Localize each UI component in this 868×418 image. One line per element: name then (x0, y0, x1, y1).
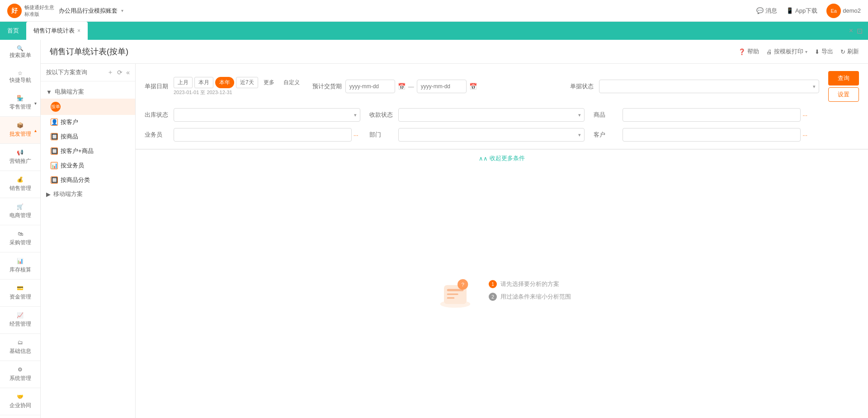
ship-status-select[interactable] (174, 108, 360, 122)
goods-input[interactable] (623, 108, 801, 122)
setting-button[interactable]: 设置 (828, 87, 859, 102)
pc-scheme-group[interactable]: ▼ 电脑端方案 (41, 85, 135, 99)
date-range-display: 2023-01-01 至 2023-12-31 (174, 89, 303, 96)
goods-select-wrapper: ··· (623, 108, 809, 122)
calendar-start-icon[interactable]: 📅 (398, 83, 406, 90)
scheme-item-by-category[interactable]: 🔲 按商品分类 (41, 173, 135, 187)
sidebar-item-wholesale[interactable]: 📦 批发管理 ▴ (0, 117, 40, 144)
scheme-item-by-salesperson[interactable]: 📊 按业务员 (41, 158, 135, 173)
triangle-right-icon: ▶ (46, 191, 51, 198)
sidebar-item-quick-nav[interactable]: ☆ 快捷导航 (0, 65, 40, 90)
workspace-selector[interactable]: 办公用品行业模拟账套 ▾ (59, 7, 123, 15)
app-download-action[interactable]: 📱 App下载 (786, 7, 817, 15)
chevron-right-icon: ▴ (34, 128, 37, 133)
pred-date-start[interactable] (345, 80, 395, 93)
search-icon: 🔍 (17, 45, 24, 52)
page-actions: ❓ 帮助 🖨 按模板打印 ▾ ⬇ 导出 ↻ 刷新 (738, 48, 859, 62)
sidebar-item-sales[interactable]: 💰 销售管理 (0, 171, 40, 198)
sidebar-item-enterprise[interactable]: 🤝 企业协同 (0, 388, 40, 415)
help-button[interactable]: ❓ 帮助 (738, 48, 759, 56)
filter-date-group: 单据日期 上月 本月 本年 近7天 更多 自定义 20 (145, 77, 303, 96)
sidebar-item-operation[interactable]: 📈 经营管理 (0, 307, 40, 334)
refresh-button[interactable]: ↻ 刷新 (840, 48, 859, 56)
refresh-scheme-button[interactable]: ⟳ (117, 69, 123, 76)
export-button[interactable]: ⬇ 导出 (815, 48, 833, 56)
inventory-icon: 📊 (17, 258, 24, 264)
message-action[interactable]: 💬 消息 (756, 7, 777, 15)
calendar-end-icon[interactable]: 📅 (469, 83, 477, 90)
avatar: Ea (826, 4, 841, 18)
user-profile[interactable]: Ea demo2 (826, 4, 861, 18)
template-print-button[interactable]: 🖨 按模板打印 ▾ (766, 48, 807, 56)
mobile-scheme-group[interactable]: ▶ 移动端方案 (41, 187, 135, 201)
goods-more-button[interactable]: ··· (801, 112, 809, 119)
collapse-bar[interactable]: ∧∧ 收起更多条件 (136, 149, 868, 167)
scheme-item-by-customer-goods[interactable]: 🔲 按客户+商品 (41, 144, 135, 158)
salesperson-input[interactable] (174, 128, 352, 142)
sidebar-item-search[interactable]: 🔍 搜索菜单 (0, 40, 40, 65)
empty-tips: 1 请先选择要分析的方案 2 用过滤条件来缩小分析范围 (489, 280, 571, 305)
tip-item-2: 2 用过滤条件来缩小分析范围 (489, 293, 571, 301)
period-this-year[interactable]: 本年 (215, 77, 234, 88)
window-close-icon[interactable]: × (849, 27, 853, 35)
period-custom[interactable]: 自定义 (280, 77, 303, 88)
sidebar-item-basic[interactable]: 🗂 基础信息 (0, 334, 40, 361)
status-select[interactable] (599, 80, 819, 93)
collapse-up-icon: ∧∧ (479, 155, 488, 162)
main-layout: 🔍 搜索菜单 ☆ 快捷导航 🏪 零售管理 ▾ 📦 批发管理 ▴ 📢 营销推广 💰… (0, 40, 868, 418)
cg-scheme-icon: 🔲 (51, 147, 58, 155)
tip-num-2: 2 (489, 293, 497, 301)
scheme-item-by-customer[interactable]: 👤 按客户 (41, 115, 135, 129)
question-icon: ❓ (738, 48, 745, 55)
filter-row-1: 单据日期 上月 本月 本年 近7天 更多 自定义 20 (145, 71, 859, 102)
sales-icon: 💰 (17, 176, 24, 183)
marketing-icon: 📢 (17, 149, 24, 156)
tip-num-1: 1 (489, 280, 497, 288)
tip-item-1: 1 请先选择要分析的方案 (489, 280, 571, 288)
add-scheme-button[interactable]: ＋ (107, 68, 113, 76)
period-last7[interactable]: 近7天 (236, 77, 258, 88)
filter-salesperson-group: 业务员 ··· (145, 128, 360, 142)
svg-text:?: ? (461, 281, 464, 287)
window-maximize-icon[interactable]: ⊡ (857, 27, 863, 35)
content-area: 销售订单统计表(按单) ❓ 帮助 🖨 按模板打印 ▾ ⬇ 导出 ↻ 刷新 (41, 40, 868, 418)
empty-illustration: ? (433, 270, 478, 315)
sidebar-item-ecommerce[interactable]: 🛒 电商管理 (0, 198, 40, 225)
filter-goods-group: 商品 ··· (594, 108, 809, 122)
inner-layout: 按以下方案查询 ＋ ⟳ « ▼ 电脑端方案 按单 (41, 64, 868, 418)
period-last-month[interactable]: 上月 (174, 77, 193, 88)
right-panel: 单据日期 上月 本月 本年 近7天 更多 自定义 20 (136, 64, 868, 418)
enterprise-icon: 🤝 (17, 394, 24, 400)
sidebar-item-retail[interactable]: 🏪 零售管理 ▾ (0, 90, 40, 117)
category-scheme-icon: 🔲 (51, 176, 58, 184)
scheme-item-by-order[interactable]: 按单 (41, 99, 135, 115)
customer-scheme-icon: 👤 (51, 119, 58, 126)
tab-close-button[interactable]: × (77, 28, 80, 34)
query-button[interactable]: 查询 (828, 71, 859, 86)
top-bar: 好 畅捷通好生意 标准版 办公用品行业模拟账套 ▾ 💬 消息 📱 App下载 E… (0, 0, 868, 22)
salesperson-wrapper: ··· (174, 128, 360, 142)
sidebar-item-inventory[interactable]: 📊 库存核算 (0, 252, 40, 280)
receipt-status-select-wrapper: ▾ (398, 108, 585, 122)
period-more[interactable]: 更多 (260, 77, 278, 88)
sidebar-item-marketing[interactable]: 📢 营销推广 (0, 144, 40, 171)
period-this-month[interactable]: 本月 (194, 77, 213, 88)
salesperson-more-button[interactable]: ··· (352, 132, 360, 138)
receipt-status-select[interactable] (398, 108, 585, 122)
scheme-item-by-goods[interactable]: 🔲 按商品 (41, 129, 135, 144)
collapse-panel-button[interactable]: « (126, 69, 130, 76)
tab-home[interactable]: 首页 (0, 22, 26, 40)
tab-sales-order-stats[interactable]: 销售订单统计表 × (26, 22, 88, 40)
goods-scheme-icon: 🔲 (51, 133, 58, 140)
sidebar-item-system[interactable]: ⚙ 系统管理 (0, 361, 40, 388)
department-select[interactable] (398, 128, 585, 142)
sidebar-item-purchase[interactable]: 🛍 采购管理 (0, 225, 40, 252)
customer-more-button[interactable]: ··· (801, 132, 809, 138)
svg-rect-4 (447, 297, 455, 299)
customer-input[interactable] (623, 128, 801, 142)
operation-icon: 📈 (17, 312, 24, 318)
pred-date-end[interactable] (417, 80, 467, 93)
sidebar-item-newbie[interactable]: 🎯 新手引导 (0, 415, 40, 418)
sidebar-item-finance[interactable]: 💳 资金管理 (0, 280, 40, 307)
window-controls: × ⊡ (849, 27, 868, 35)
